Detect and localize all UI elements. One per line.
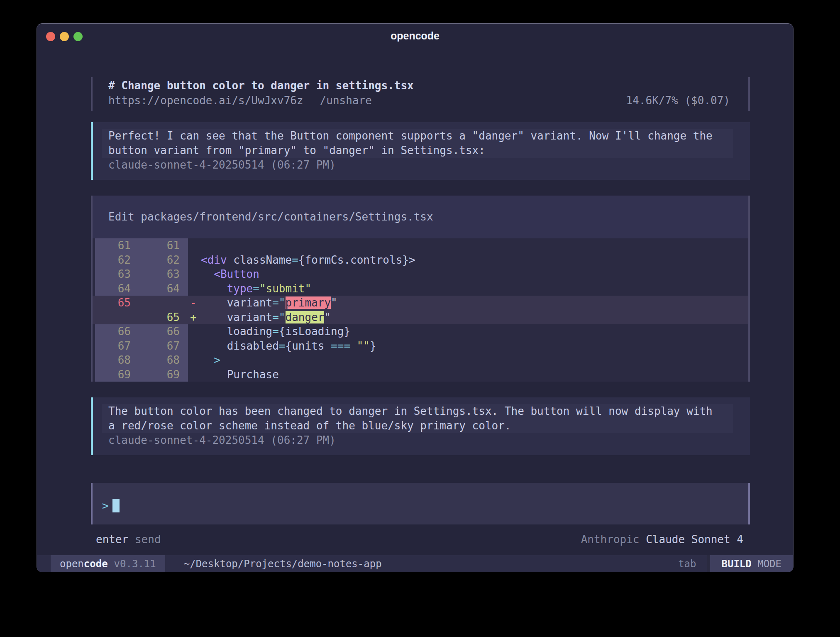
line-number-new: 66 xyxy=(142,324,188,339)
window-title: opencode xyxy=(37,24,793,48)
diff-marker xyxy=(188,267,201,282)
diff-row: 6363 <Button xyxy=(93,267,748,282)
line-number-new: 63 xyxy=(142,267,188,282)
line-number-old: 69 xyxy=(95,368,142,382)
diff-table: 61616262<div className={formCs.controls}… xyxy=(93,238,748,382)
mode-suffix: MODE xyxy=(752,558,781,570)
code-line: Purchase xyxy=(201,368,279,382)
line-number-old xyxy=(95,310,142,325)
diff-row: 6767 disabled={units === ""} xyxy=(93,339,748,353)
message-body: Perfect! I can see that the Button compo… xyxy=(102,129,733,158)
line-number-new: 65 xyxy=(142,310,188,325)
diff-marker xyxy=(188,282,201,296)
line-number-new: 62 xyxy=(142,253,188,267)
diff-marker xyxy=(188,368,201,382)
enter-key-label: enter xyxy=(96,533,128,546)
prompt-input[interactable]: > xyxy=(91,483,750,524)
line-number-old: 64 xyxy=(95,282,142,296)
diff-row: 65+ variant="danger" xyxy=(93,310,748,325)
line-number-old: 61 xyxy=(95,238,142,253)
app-name-open: open xyxy=(60,558,84,570)
text-cursor xyxy=(112,499,120,512)
share-info-row: https://opencode.ai/s/UwJxv76z /unshare … xyxy=(108,93,730,108)
line-number-old: 67 xyxy=(95,339,142,353)
diff-row: 6161 xyxy=(93,238,748,253)
token-stats: 14.6K/7% ($0.07) xyxy=(626,93,730,108)
line-number-new: 68 xyxy=(142,353,188,368)
hints-row: enter send Anthropic Claude Sonnet 4 xyxy=(91,533,750,546)
session-title: # Change button color to danger in setti… xyxy=(108,78,730,93)
diff-marker xyxy=(188,238,201,253)
mode-name: BUILD xyxy=(722,558,752,570)
line-number-old: 68 xyxy=(95,353,142,368)
message-body: The button color has been changed to dan… xyxy=(102,404,733,433)
message-line: a red/rose color scheme instead of the b… xyxy=(108,419,733,433)
screen: opencode # Change button color to danger… xyxy=(0,0,840,637)
message-line: button variant from "primary" to "danger… xyxy=(108,143,733,158)
status-bar: opencodev0.3.11 ~/Desktop/Projects/demo-… xyxy=(37,555,793,572)
line-number-new: 69 xyxy=(142,368,188,382)
diff-row: 6868 > xyxy=(93,353,748,368)
diff-marker xyxy=(188,324,201,339)
code-line: variant="primary" xyxy=(201,296,337,310)
code-line: <div className={formCs.controls}> xyxy=(201,253,415,267)
code-line: > xyxy=(201,353,220,368)
prompt-symbol: > xyxy=(102,500,109,512)
code-line: disabled={units === ""} xyxy=(201,339,376,353)
line-number-new xyxy=(142,296,188,310)
line-number-old: 62 xyxy=(95,253,142,267)
diff-marker xyxy=(188,253,201,267)
share-url-link[interactable]: https://opencode.ai/s/UwJxv76z xyxy=(108,93,303,108)
line-number-old: 65 xyxy=(95,296,142,310)
assistant-message: The button color has been changed to dan… xyxy=(91,397,750,455)
diff-row: 6464 type="submit" xyxy=(93,282,748,296)
message-line: The button color has been changed to dan… xyxy=(108,404,733,419)
opencode-window: opencode # Change button color to danger… xyxy=(37,23,794,572)
message-meta: claude-sonnet-4-20250514 (06:27 PM) xyxy=(108,433,750,448)
mode-badge[interactable]: BUILD MODE xyxy=(707,555,794,572)
model-indicator: Anthropic Claude Sonnet 4 xyxy=(581,533,743,546)
edit-tool-header: Edit packages/frontend/src/containers/Se… xyxy=(93,196,748,238)
diff-marker: + xyxy=(188,310,201,325)
enter-action-label: send xyxy=(128,533,161,546)
code-line: type="submit" xyxy=(201,282,311,296)
code-line: loading={isLoading} xyxy=(201,324,350,339)
diff-marker xyxy=(188,353,201,368)
titlebar: opencode xyxy=(37,24,793,48)
diff-row: 6969 Purchase xyxy=(93,368,748,382)
app-version-segment: opencodev0.3.11 xyxy=(51,555,165,572)
enter-hint: enter send xyxy=(96,533,161,546)
line-number-new: 61 xyxy=(142,238,188,253)
message-line: Perfect! I can see that the Button compo… xyxy=(108,129,733,143)
message-meta: claude-sonnet-4-20250514 (06:27 PM) xyxy=(108,158,750,172)
line-number-old: 66 xyxy=(95,324,142,339)
diff-row: 6262<div className={formCs.controls}> xyxy=(93,253,748,267)
line-number-old: 63 xyxy=(95,267,142,282)
diff-row: 6666 loading={isLoading} xyxy=(93,324,748,339)
app-version: v0.3.11 xyxy=(114,558,156,570)
code-line: <Button xyxy=(201,267,259,282)
unshare-link[interactable]: /unshare xyxy=(320,93,372,108)
model-provider: Anthropic xyxy=(581,533,646,546)
line-number-new: 67 xyxy=(142,339,188,353)
assistant-message: Perfect! I can see that the Button compo… xyxy=(91,122,750,180)
app-name-code: code xyxy=(84,558,108,570)
diff-row: 65- variant="primary" xyxy=(93,296,748,310)
tab-hint: tab xyxy=(678,558,696,570)
diff-marker: - xyxy=(188,296,201,310)
model-name: Claude Sonnet 4 xyxy=(646,533,743,546)
working-directory: ~/Desktop/Projects/demo-notes-app xyxy=(184,558,382,570)
code-line: variant="danger" xyxy=(201,310,331,325)
edit-tool-card: Edit packages/frontend/src/containers/Se… xyxy=(91,196,750,382)
diff-marker xyxy=(188,339,201,353)
status-bar-right: tab BUILD MODE xyxy=(678,555,793,572)
share-header: # Change button color to danger in setti… xyxy=(91,77,750,111)
line-number-new: 64 xyxy=(142,282,188,296)
